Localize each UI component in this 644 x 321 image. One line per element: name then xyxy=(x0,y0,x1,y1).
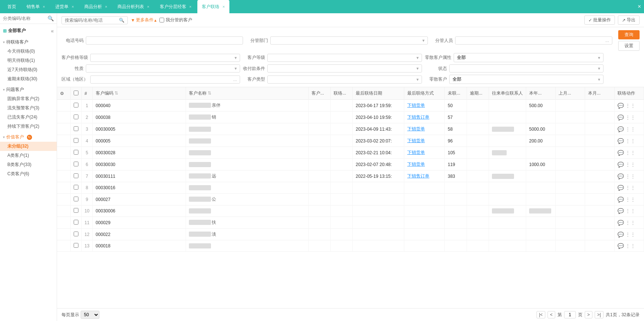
overdue-header[interactable]: 逾期... xyxy=(467,87,489,100)
row-checkbox[interactable] xyxy=(74,197,78,201)
contact-method-link[interactable]: 下销货单 xyxy=(407,162,425,167)
contact-column-header[interactable]: 联络... xyxy=(331,87,353,100)
query-button[interactable]: 查询 xyxy=(618,30,640,39)
status-select[interactable]: ▾ xyxy=(449,64,603,73)
message-icon[interactable]: 💬 xyxy=(617,173,624,179)
this-month-header[interactable]: 本月... xyxy=(585,87,615,100)
my-customers-check[interactable] xyxy=(159,18,164,22)
more-icon[interactable]: ⋮⋮ xyxy=(625,138,636,144)
reset-button[interactable]: 设置 xyxy=(618,41,640,51)
phone-input[interactable] xyxy=(86,36,243,45)
settings-column-header[interactable]: ⚙ xyxy=(57,87,70,100)
tab-goods-analysis[interactable]: 商品分析 × xyxy=(80,0,112,13)
message-icon[interactable]: 💬 xyxy=(617,150,624,156)
row-checkbox[interactable] xyxy=(74,114,78,119)
sidebar-item-today-pending[interactable]: 今天待联络(0) xyxy=(0,47,57,56)
row-checkbox[interactable] xyxy=(74,232,78,236)
tab-home[interactable]: 首页 xyxy=(3,0,21,13)
last-page-button[interactable]: >| xyxy=(595,311,603,318)
contact-method-link[interactable]: 下销售订单 xyxy=(407,173,429,179)
tab-purchase[interactable]: 进货单 × xyxy=(51,0,78,13)
type-column-header[interactable]: 客户... xyxy=(309,87,331,100)
my-customers-checkbox[interactable]: 我分管的客户 xyxy=(159,17,192,23)
row-checkbox[interactable] xyxy=(74,173,78,178)
sidebar-item-fixed-abnormal[interactable]: 固购异常客户(2) xyxy=(0,94,57,103)
sidebar-section-pending-title[interactable]: ▾ 待联络客户 xyxy=(0,38,57,47)
close-icon[interactable]: × xyxy=(105,4,107,9)
export-button[interactable]: ↗ 导出 xyxy=(618,15,640,25)
tab-customer-segment[interactable]: 客户分层经客 × xyxy=(155,0,196,13)
last-month-header[interactable]: 上月... xyxy=(556,87,585,100)
message-icon[interactable]: 💬 xyxy=(617,162,624,167)
row-checkbox[interactable] xyxy=(74,103,78,107)
tab-sales[interactable]: 销售单 × xyxy=(22,0,49,13)
row-checkbox[interactable] xyxy=(74,220,78,225)
message-icon[interactable]: 💬 xyxy=(617,220,624,226)
sidebar-search-input[interactable] xyxy=(3,16,46,21)
message-icon[interactable]: 💬 xyxy=(617,185,624,191)
nature-select[interactable]: ▾ xyxy=(86,64,240,73)
customer-type-select[interactable]: ▾ xyxy=(267,75,422,84)
message-icon[interactable]: 💬 xyxy=(617,208,624,214)
no-contact-header[interactable]: 未联... xyxy=(445,87,467,100)
page-size-select[interactable]: 50 100 xyxy=(81,311,99,319)
tab-goods-analysis-list[interactable]: 商品分析列表 × xyxy=(113,0,154,13)
message-icon[interactable]: 💬 xyxy=(617,126,624,132)
batch-ops-button[interactable]: ✓ 批量操作 xyxy=(584,15,615,25)
select-all-checkbox[interactable] xyxy=(74,91,78,95)
sidebar-item-overdue-pending[interactable]: 逾期未联络(30) xyxy=(0,74,57,84)
close-icon[interactable]: × xyxy=(147,4,149,9)
contact-person-header[interactable]: 往来单位联系人 xyxy=(489,87,526,100)
sidebar-item-churned[interactable]: 已流失客户(24) xyxy=(0,113,57,122)
more-icon[interactable]: ⋮⋮ xyxy=(625,185,636,191)
sidebar-item-declining[interactable]: 持续下滑客户(2) xyxy=(0,122,57,131)
contact-method-link[interactable]: 下销货单 xyxy=(407,138,425,143)
customer-level-select[interactable]: ▾ xyxy=(267,54,422,62)
all-customers-header[interactable]: ⊞ 全部客户 « xyxy=(0,25,57,36)
more-icon[interactable]: ⋮⋮ xyxy=(625,243,636,249)
code-column-header[interactable]: 客户编码 ⇅ xyxy=(92,87,186,100)
close-icon[interactable]: × xyxy=(43,4,45,9)
more-icon[interactable]: ⋮⋮ xyxy=(625,220,636,226)
more-icon[interactable]: ⋮⋮ xyxy=(625,208,636,214)
close-icon[interactable]: × xyxy=(189,4,191,9)
more-icon[interactable]: ⋮⋮ xyxy=(625,126,636,132)
sidebar-item-churn-warning[interactable]: 流失预警客户(3) xyxy=(0,103,57,113)
sidebar-item-tomorrow-pending[interactable]: 明天待联络(1) xyxy=(0,56,57,65)
sidebar-item-class-c[interactable]: C类客户(6) xyxy=(0,169,57,179)
row-checkbox[interactable] xyxy=(74,126,78,131)
last-contact-method-header[interactable]: 最后联络方式 xyxy=(404,87,445,100)
person-select[interactable]: ... xyxy=(455,36,612,45)
more-icon[interactable]: ⋮⋮ xyxy=(625,232,636,237)
price-level-select[interactable]: ▾ xyxy=(90,54,240,62)
name-column-header[interactable]: 客户名称 ⇅ xyxy=(186,87,309,100)
sidebar-item-class-a[interactable]: A类客户(1) xyxy=(0,151,57,160)
refresh-badge[interactable]: ↻ xyxy=(27,135,32,140)
message-icon[interactable]: 💬 xyxy=(617,114,624,120)
region-select[interactable]: ... xyxy=(90,75,240,84)
row-checkbox[interactable] xyxy=(74,243,78,248)
more-filters-button[interactable]: ▼ 更多条件 ▴ xyxy=(131,17,156,23)
contact-method-link[interactable]: 下销货单 xyxy=(407,126,425,131)
collapse-icon[interactable]: « xyxy=(51,28,54,34)
message-icon[interactable]: 💬 xyxy=(617,103,624,109)
contact-method-link[interactable]: 下销售订单 xyxy=(407,114,429,120)
more-icon[interactable]: ⋮⋮ xyxy=(625,114,636,120)
last-contact-date-header[interactable]: 最后联络日期 xyxy=(353,87,404,100)
message-icon[interactable]: 💬 xyxy=(617,243,624,249)
this-year-header[interactable]: 本年... xyxy=(526,87,556,100)
more-icon[interactable]: ⋮⋮ xyxy=(625,162,636,167)
close-icon[interactable]: × xyxy=(222,4,225,9)
prev-page-button[interactable]: < xyxy=(548,311,555,318)
sidebar-item-class-b[interactable]: B类客户(33) xyxy=(0,160,57,169)
contact-method-link[interactable]: 下销货单 xyxy=(407,150,425,155)
contact-method-link[interactable]: 下销货单 xyxy=(407,103,425,108)
sidebar-section-problem-title[interactable]: ▾ 问题客户 xyxy=(0,85,57,94)
sidebar-item-ungroped[interactable]: 未分组(32) xyxy=(0,142,57,151)
more-icon[interactable]: ⋮⋮ xyxy=(625,103,636,109)
tab-customer-contact[interactable]: 客户联络 × xyxy=(197,0,229,13)
first-page-button[interactable]: |< xyxy=(536,311,545,318)
page-number-input[interactable] xyxy=(564,311,576,318)
more-icon[interactable]: ⋮⋮ xyxy=(625,173,636,179)
more-icon[interactable]: ⋮⋮ xyxy=(625,150,636,156)
